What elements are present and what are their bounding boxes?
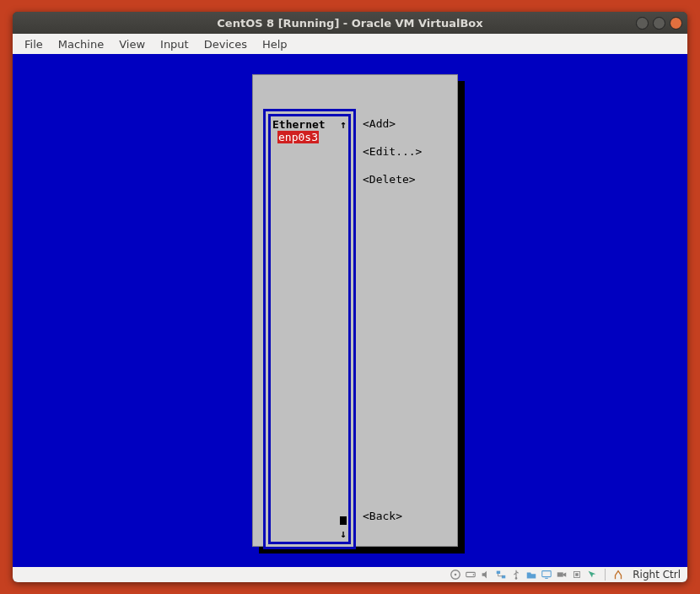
- delete-button[interactable]: <Delete>: [363, 173, 422, 186]
- scroll-thumb[interactable]: [340, 516, 347, 525]
- connection-listbox[interactable]: Ethernet enp0s3 ↑ ↓: [263, 109, 356, 549]
- scroll-up-arrow[interactable]: ↑: [340, 118, 347, 131]
- mouse-capture-icon[interactable]: [586, 569, 598, 580]
- display-icon[interactable]: [541, 569, 552, 580]
- scroll-down-arrow[interactable]: ↓: [340, 527, 347, 540]
- network-icon[interactable]: [495, 569, 507, 580]
- edit-button[interactable]: <Edit...>: [363, 145, 422, 158]
- menubar: File Machine View Input Devices Help: [13, 34, 687, 54]
- svg-rect-11: [575, 573, 579, 576]
- close-button[interactable]: [670, 17, 682, 30]
- svg-rect-9: [557, 572, 563, 576]
- window-title: CentOS 8 [Running] - Oracle VM VirtualBo…: [13, 17, 687, 30]
- hdd-icon[interactable]: [465, 569, 477, 580]
- svg-point-1: [455, 574, 457, 576]
- menu-help[interactable]: Help: [256, 36, 294, 52]
- menu-file[interactable]: File: [18, 36, 50, 52]
- list-item-enp0s3[interactable]: enp0s3: [277, 131, 319, 143]
- svg-rect-4: [497, 571, 500, 575]
- keyboard-icon[interactable]: [612, 569, 624, 580]
- statusbar: Right Ctrl: [13, 567, 687, 582]
- nmtui-dialog: Ethernet enp0s3 ↑ ↓ <Add> <Edit...> <Del…: [252, 74, 458, 547]
- virtualbox-window: CentOS 8 [Running] - Oracle VM VirtualBo…: [13, 12, 687, 582]
- disc-icon[interactable]: [450, 569, 461, 580]
- menu-machine[interactable]: Machine: [51, 36, 110, 52]
- usb-icon[interactable]: [510, 569, 522, 580]
- svg-point-3: [473, 574, 475, 575]
- statusbar-separator: [605, 569, 606, 580]
- maximize-button[interactable]: [653, 17, 665, 30]
- recording-icon[interactable]: [556, 569, 568, 580]
- shared-folder-icon[interactable]: [525, 569, 537, 580]
- window-controls: [636, 17, 682, 30]
- dialog-buttons: <Add> <Edit...> <Delete>: [363, 117, 422, 186]
- menu-view[interactable]: View: [112, 36, 152, 52]
- vm-display[interactable]: Ethernet enp0s3 ↑ ↓ <Add> <Edit...> <Del…: [13, 54, 687, 567]
- menu-devices[interactable]: Devices: [197, 36, 254, 52]
- titlebar: CentOS 8 [Running] - Oracle VM VirtualBo…: [13, 12, 687, 34]
- host-key-label: Right Ctrl: [633, 569, 681, 580]
- audio-icon[interactable]: [480, 569, 492, 580]
- minimize-button[interactable]: [636, 17, 649, 30]
- list-row[interactable]: enp0s3: [272, 131, 347, 143]
- listbox-inner: Ethernet enp0s3 ↑ ↓: [268, 114, 351, 544]
- svg-point-6: [515, 577, 518, 580]
- svg-rect-7: [542, 571, 552, 577]
- list-header-ethernet: Ethernet: [272, 118, 347, 131]
- add-button[interactable]: <Add>: [363, 117, 422, 130]
- back-button[interactable]: <Back>: [363, 510, 402, 522]
- menu-input[interactable]: Input: [153, 36, 196, 52]
- cpu-icon[interactable]: [571, 569, 583, 580]
